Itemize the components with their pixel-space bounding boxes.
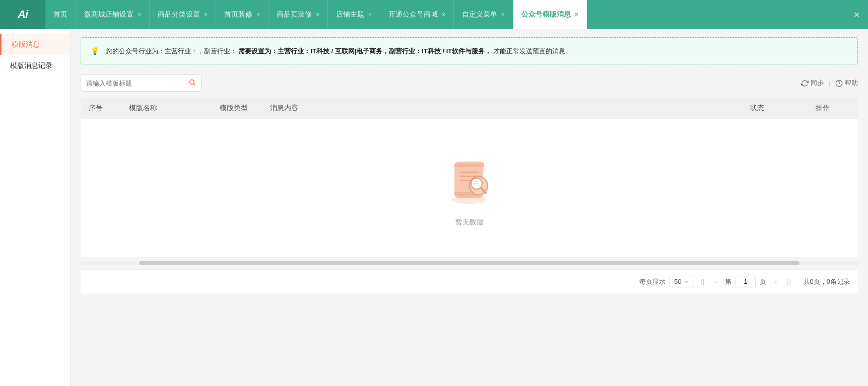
chevron-down-icon bbox=[684, 279, 690, 285]
tab-home[interactable]: 首页 bbox=[45, 0, 76, 29]
current-page-input[interactable] bbox=[736, 276, 756, 287]
table-empty-row: 暂无数据 bbox=[81, 119, 858, 258]
tab-home-label: 首页 bbox=[53, 10, 68, 19]
empty-state: 暂无数据 bbox=[81, 119, 858, 257]
col-header-type: 模版类型 bbox=[212, 98, 262, 119]
page-label: 页 bbox=[760, 277, 766, 286]
tab-shop-settings-close[interactable]: × bbox=[138, 12, 141, 18]
pagination: 每页显示 50 ⟨| ＜ 第 页 ＞ |⟩ 共0页，0条记录 bbox=[81, 269, 858, 293]
notice-prefix: 您的公众号行业为：主营行业：，副营行业： bbox=[106, 47, 237, 55]
tab-product-decor[interactable]: 商品页装修 × bbox=[269, 0, 328, 29]
search-icon bbox=[188, 79, 196, 86]
svg-point-0 bbox=[190, 80, 194, 85]
page-di-label: 第 bbox=[725, 277, 731, 286]
tab-shop-theme[interactable]: 店铺主题 × bbox=[328, 0, 380, 29]
tab-home-decor-label: 首页装修 bbox=[224, 10, 252, 19]
search-button[interactable] bbox=[183, 75, 201, 91]
notice-suffix: 才能正常发送预置的消息。 bbox=[493, 47, 572, 55]
sidebar-item-template-msg-label: 模版消息 bbox=[12, 40, 40, 48]
notice-box: 💡 您的公众号行业为：主营行业：，副营行业： 需要设置为：主营行业：IT科技 /… bbox=[81, 37, 858, 64]
search-input-wrap bbox=[81, 74, 202, 92]
empty-text: 暂无数据 bbox=[455, 218, 484, 227]
notice-highlight: 需要设置为：主营行业：IT科技 / 互联网|电子商务，副营行业：IT科技 / I… bbox=[238, 47, 491, 55]
tab-home-decor-close[interactable]: × bbox=[256, 12, 260, 18]
page-size-value: 50 bbox=[674, 278, 681, 285]
tab-template-msg-close[interactable]: × bbox=[575, 12, 578, 18]
data-table: 序号 模版名称 模版类型 消息内容 状态 操作 bbox=[81, 98, 858, 257]
tab-custom-menu-close[interactable]: × bbox=[501, 12, 505, 18]
sidebar-item-template-record-label: 模版消息记录 bbox=[10, 61, 52, 69]
col-header-action: 操作 bbox=[808, 98, 858, 119]
main-layout: 模版消息 模版消息记录 💡 您的公众号行业为：主营行业：，副营行业： 需要设置为… bbox=[0, 29, 868, 386]
toolbar-right: 同步 | 帮助 bbox=[801, 79, 858, 88]
app-logo: Ai bbox=[0, 0, 45, 29]
prev-page-button[interactable]: ＜ bbox=[710, 276, 721, 287]
page-size-select[interactable]: 50 bbox=[670, 276, 694, 287]
sidebar-item-template-record[interactable]: 模版消息记录 bbox=[0, 55, 70, 76]
first-page-button[interactable]: ⟨| bbox=[698, 277, 706, 286]
close-all-button[interactable]: ✕ bbox=[853, 10, 860, 20]
tab-product-category[interactable]: 商品分类设置 × bbox=[150, 0, 216, 29]
table-header-row: 序号 模版名称 模版类型 消息内容 状态 操作 bbox=[81, 98, 858, 119]
tab-home-decor[interactable]: 首页装修 × bbox=[216, 0, 269, 29]
help-label: 帮助 bbox=[845, 79, 858, 88]
tab-product-decor-close[interactable]: × bbox=[316, 12, 319, 18]
sidebar: 模版消息 模版消息记录 bbox=[0, 29, 71, 386]
tab-custom-menu-label: 自定义菜单 bbox=[462, 10, 497, 19]
sync-icon bbox=[801, 80, 809, 87]
tab-custom-menu[interactable]: 自定义菜单 × bbox=[454, 0, 513, 29]
tab-template-msg-label: 公众号模版消息 bbox=[521, 10, 571, 19]
col-header-status: 状态 bbox=[742, 98, 808, 119]
col-header-index: 序号 bbox=[81, 98, 121, 119]
col-header-name: 模版名称 bbox=[121, 98, 212, 119]
tab-product-category-label: 商品分类设置 bbox=[158, 10, 200, 19]
empty-illustration bbox=[439, 149, 500, 210]
search-input[interactable] bbox=[81, 76, 183, 91]
help-button[interactable]: 帮助 bbox=[835, 79, 858, 88]
horizontal-scrollbar[interactable] bbox=[81, 261, 858, 265]
svg-line-1 bbox=[193, 84, 195, 85]
tab-shop-settings[interactable]: 微商城店铺设置 × bbox=[76, 0, 150, 29]
tab-template-msg[interactable]: 公众号模版消息 × bbox=[513, 0, 587, 29]
total-info: 共0页，0条记录 bbox=[804, 277, 850, 286]
tab-open-mall-close[interactable]: × bbox=[442, 12, 445, 18]
tab-shop-settings-label: 微商城店铺设置 bbox=[84, 10, 133, 19]
page-size-label: 每页显示 bbox=[639, 277, 665, 286]
content-area: 💡 您的公众号行业为：主营行业：，副营行业： 需要设置为：主营行业：IT科技 /… bbox=[71, 29, 868, 386]
tab-open-mall[interactable]: 开通公众号商城 × bbox=[380, 0, 454, 29]
col-header-content: 消息内容 bbox=[262, 98, 742, 119]
scroll-thumb bbox=[139, 261, 800, 265]
tab-product-decor-label: 商品页装修 bbox=[277, 10, 312, 19]
tab-bar: Ai 首页 微商城店铺设置 × 商品分类设置 × 首页装修 × 商品页装修 × … bbox=[0, 0, 868, 29]
help-icon bbox=[835, 80, 843, 87]
tab-product-category-close[interactable]: × bbox=[204, 12, 208, 18]
notice-icon: 💡 bbox=[90, 46, 100, 55]
toolbar-divider: | bbox=[829, 80, 830, 87]
tab-open-mall-label: 开通公众号商城 bbox=[388, 10, 438, 19]
toolbar: 同步 | 帮助 bbox=[81, 74, 858, 92]
sidebar-item-template-msg[interactable]: 模版消息 bbox=[0, 34, 70, 55]
tab-shop-theme-label: 店铺主题 bbox=[336, 10, 364, 19]
sync-button[interactable]: 同步 bbox=[801, 79, 824, 88]
sync-label: 同步 bbox=[811, 79, 824, 88]
last-page-button[interactable]: |⟩ bbox=[785, 277, 793, 286]
tab-shop-theme-close[interactable]: × bbox=[368, 12, 372, 18]
next-page-button[interactable]: ＞ bbox=[770, 276, 781, 287]
